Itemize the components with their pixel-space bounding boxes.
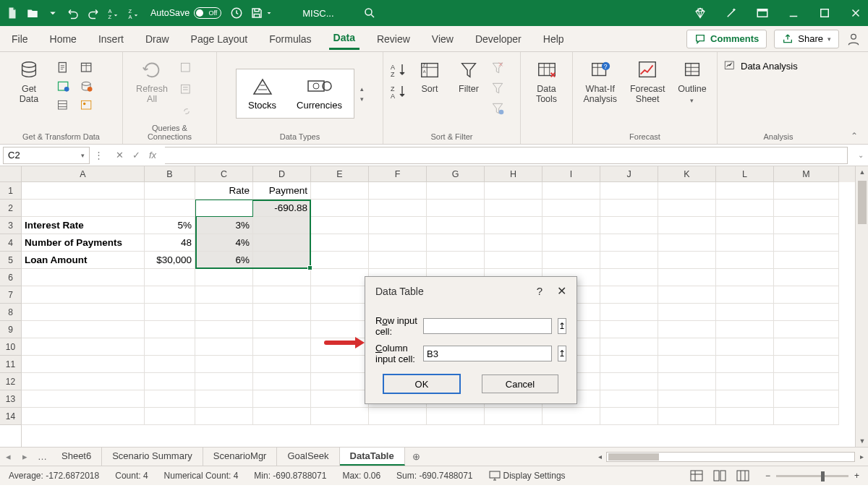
cell[interactable] (485, 217, 542, 234)
cell[interactable] (195, 408, 253, 425)
tab-insert[interactable]: Insert (94, 29, 128, 49)
cell[interactable] (658, 338, 716, 356)
column-input-cell-field[interactable] (423, 346, 552, 361)
cell[interactable] (195, 304, 253, 321)
cell[interactable] (658, 182, 716, 200)
tab-data[interactable]: Data (329, 27, 359, 50)
cell[interactable] (145, 390, 195, 408)
cell[interactable] (253, 390, 311, 408)
cell[interactable] (145, 269, 195, 286)
cell[interactable] (311, 321, 369, 338)
sort-za-icon[interactable]: ZA (389, 84, 408, 100)
chevron-down-icon[interactable] (46, 7, 59, 20)
formula-input[interactable] (165, 147, 848, 164)
cell[interactable] (145, 373, 195, 390)
cell[interactable] (600, 200, 658, 217)
cell[interactable]: 4% (195, 234, 253, 252)
tab-formulas[interactable]: Formulas (265, 29, 315, 49)
cell[interactable] (22, 200, 145, 217)
cell[interactable] (658, 286, 716, 304)
new-file-icon[interactable] (6, 7, 19, 20)
row-header[interactable]: 9 (0, 321, 21, 338)
cell[interactable] (145, 286, 195, 304)
cell[interactable] (774, 304, 839, 321)
cell[interactable] (716, 252, 774, 269)
cell[interactable] (774, 234, 839, 252)
cell[interactable] (311, 234, 369, 252)
cell[interactable] (716, 286, 774, 304)
cell[interactable] (22, 408, 145, 425)
cell[interactable] (195, 373, 253, 390)
get-data-button[interactable]: Get Data (6, 55, 52, 108)
name-box[interactable]: C2▾ (3, 147, 90, 164)
cell[interactable] (774, 200, 839, 217)
collapse-ribbon-icon[interactable]: ⌃ (851, 131, 864, 141)
cell[interactable] (600, 373, 658, 390)
cell[interactable] (427, 217, 485, 234)
tab-page-layout[interactable]: Page Layout (187, 29, 252, 49)
sheet-nav-prev-icon[interactable]: ◂ (0, 451, 17, 462)
tab-draw[interactable]: Draw (141, 29, 174, 49)
cell[interactable] (774, 269, 839, 286)
zoom-in-icon[interactable]: + (854, 471, 859, 481)
sheet-tab[interactable]: Sheet6 (51, 448, 102, 466)
cell[interactable] (542, 217, 600, 234)
normal-view-icon[interactable] (690, 470, 703, 481)
cell[interactable]: 3% (195, 217, 253, 234)
cell[interactable] (658, 408, 716, 425)
sort-button[interactable]: ZA Sort (412, 55, 447, 98)
what-if-button[interactable]: ? What-If Analysis (579, 55, 621, 108)
cell[interactable] (658, 356, 716, 373)
column-header[interactable]: A (22, 166, 145, 182)
undo-icon[interactable] (67, 7, 80, 20)
cell[interactable] (195, 390, 253, 408)
cell[interactable] (22, 373, 145, 390)
cell[interactable] (369, 217, 427, 234)
column-header[interactable]: B (145, 166, 195, 182)
cancel-formula-icon[interactable]: ✕ (116, 150, 124, 160)
column-input-picker-icon[interactable]: ↥ (558, 346, 566, 361)
row-header[interactable]: 6 (0, 269, 21, 286)
column-header[interactable]: E (311, 166, 369, 182)
redo-icon[interactable] (87, 7, 100, 20)
from-picture-icon[interactable] (80, 98, 94, 113)
cell[interactable] (716, 217, 774, 234)
cell[interactable] (716, 338, 774, 356)
recent-sources-icon[interactable] (80, 80, 94, 94)
cell[interactable] (542, 408, 600, 425)
cell[interactable] (145, 321, 195, 338)
queries-icon[interactable] (179, 61, 194, 75)
column-header[interactable]: K (658, 166, 716, 182)
forecast-sheet-button[interactable]: Forecast Sheet (626, 55, 668, 108)
tab-help[interactable]: Help (539, 29, 569, 49)
cell[interactable] (658, 252, 716, 269)
properties-icon[interactable] (179, 82, 194, 97)
advanced-filter-icon[interactable] (490, 101, 505, 116)
cell[interactable] (195, 356, 253, 373)
cell[interactable] (195, 321, 253, 338)
dialog-help-icon[interactable]: ? (537, 285, 542, 297)
ok-button[interactable]: OK (383, 374, 460, 393)
cell[interactable] (145, 338, 195, 356)
existing-conn-icon[interactable] (56, 98, 71, 113)
cell[interactable] (22, 269, 145, 286)
cell[interactable] (22, 338, 145, 356)
cell[interactable] (22, 304, 145, 321)
cell[interactable] (600, 321, 658, 338)
enter-formula-icon[interactable]: ✓ (132, 150, 140, 160)
cell[interactable] (253, 338, 311, 356)
wand-icon[interactable] (725, 7, 738, 20)
cell[interactable] (253, 321, 311, 338)
cell[interactable] (427, 234, 485, 252)
scroll-up-icon[interactable]: ▲ (856, 166, 868, 178)
row-header[interactable]: 14 (0, 408, 21, 425)
select-all-corner[interactable] (0, 166, 21, 182)
column-header[interactable]: D (253, 166, 311, 182)
cell[interactable] (427, 408, 485, 425)
cell[interactable] (658, 200, 716, 217)
open-file-icon[interactable] (26, 7, 39, 20)
cell[interactable] (716, 390, 774, 408)
save-icon[interactable] (250, 7, 263, 20)
cell[interactable] (369, 182, 427, 200)
cell[interactable] (600, 356, 658, 373)
